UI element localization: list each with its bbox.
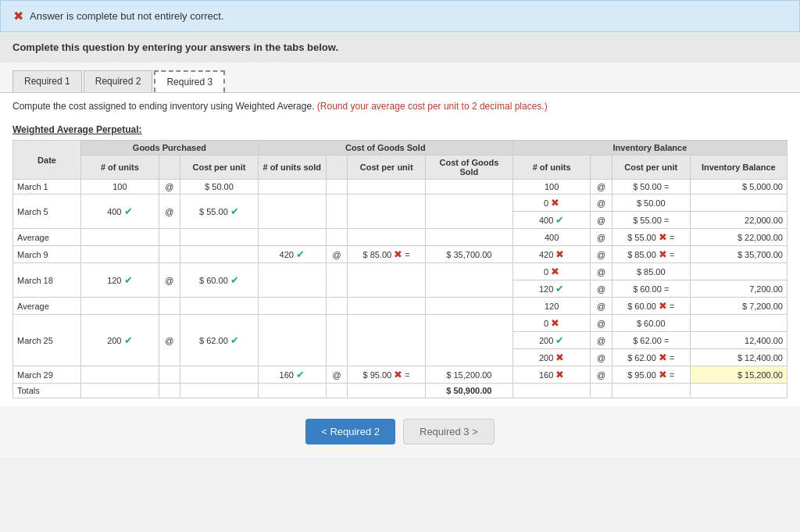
tab-required3[interactable]: Required 3	[154, 70, 225, 92]
cell-ib-at: @	[591, 180, 612, 195]
error-icon: ✖	[13, 9, 23, 23]
cell-date: March 5	[13, 195, 81, 229]
table-row: March 18 120 ✔ @ $ 60.00 ✔ 0 ✖ @ $ 85.00	[13, 263, 788, 280]
cell-gp-units	[81, 366, 159, 384]
cell-cogs-total	[425, 263, 512, 298]
cell-ib-bal: $ 35,700.00	[690, 246, 787, 263]
cell-date: March 1	[13, 180, 81, 195]
cell-date: March 18	[13, 263, 81, 298]
cell-ib-at: @	[591, 229, 612, 246]
cell-ib-cost: $ 95.00 ✖ =	[612, 366, 690, 384]
cell-ib-cost: $ 60.00	[612, 315, 690, 332]
cell-cogs-at	[326, 180, 348, 195]
cell-cogs-units	[258, 384, 326, 398]
cell-ib-bal	[690, 263, 787, 280]
cell-ib-cost: $ 60.00 ✖ =	[612, 298, 690, 315]
col-date: Date	[13, 141, 81, 180]
cell-gp-at: @	[159, 180, 180, 195]
cell-ib-bal: $ 5,000.00	[690, 180, 787, 195]
cell-cogs-at	[326, 315, 348, 366]
cell-ib-at: @	[591, 263, 612, 280]
cell-gp-cost: $ 62.00 ✔	[180, 315, 259, 366]
subhdr-cogs-total: Cost of Goods Sold	[425, 155, 512, 180]
table-row-average: Average 120 @ $ 60.00 ✖ = $ 7,200.00	[13, 298, 788, 315]
tabs-container: Required 1 Required 2 Required 3	[0, 62, 800, 93]
cell-ib-bal	[690, 384, 787, 398]
cell-ib-bal: 22,000.00	[690, 212, 787, 229]
cell-ib-units: 0 ✖	[512, 195, 591, 212]
cell-ib-units: 400 ✔	[512, 212, 591, 229]
prev-button[interactable]: < Required 2	[305, 419, 395, 445]
table-row: March 1 100 @ $ 50.00 100 @ $ 50.00 = $ …	[13, 180, 788, 195]
instruction-bar: Complete this question by entering your …	[0, 32, 800, 62]
cell-ib-bal: $ 7,200.00	[690, 298, 787, 315]
subhdr-ib-cost: Cost per unit	[612, 155, 690, 180]
subhdr-cogs-units: # of units sold	[258, 155, 326, 180]
cell-ib-bal: 12,400.00	[690, 332, 787, 349]
cell-gp-cost	[180, 246, 259, 263]
cell-ib-units: 160 ✖	[512, 366, 591, 384]
subhdr-cogs-cost: Cost per unit	[348, 155, 426, 180]
cell-cogs-total	[425, 298, 512, 315]
header-inventory-balance: Inventory Balance	[512, 141, 787, 155]
cell-cogs-total	[425, 315, 512, 366]
cell-gp-units	[81, 246, 159, 263]
cell-gp-at	[159, 384, 180, 398]
cell-gp-units: 200 ✔	[81, 315, 159, 366]
cell-cogs-total: $ 15,200.00	[425, 366, 512, 384]
header-cogs: Cost of Goods Sold	[258, 141, 512, 155]
cell-ib-units: 120 ✔	[512, 280, 591, 298]
cell-cogs-units	[258, 229, 326, 246]
cell-gp-cost	[180, 384, 259, 398]
tab-required1[interactable]: Required 1	[12, 70, 82, 92]
cell-cogs-total	[425, 229, 512, 246]
cell-ib-cost: $ 85.00	[612, 263, 690, 280]
cell-gp-units	[81, 298, 159, 315]
cell-gp-cost	[180, 298, 259, 315]
next-button[interactable]: Required 3 >	[403, 419, 495, 445]
cell-cogs-total	[425, 180, 512, 195]
cell-ib-bal: $ 22,000.00	[690, 229, 787, 246]
cell-cogs-units	[258, 180, 326, 195]
cell-ib-cost	[612, 384, 690, 398]
cell-cogs-cost	[348, 298, 426, 315]
cell-ib-bal: $ 15,200.00	[690, 366, 787, 384]
cell-gp-at: @	[159, 315, 180, 366]
table-row: March 29 160 ✔ @ $ 95.00 ✖ = $ 15,200.00…	[13, 366, 788, 384]
cell-date: Average	[13, 298, 81, 315]
cell-cogs-cost	[348, 315, 426, 366]
cell-date: Totals	[13, 384, 81, 398]
cell-cogs-cost: $ 85.00 ✖ =	[348, 246, 426, 263]
subhdr-gp-cost: Cost per unit	[180, 155, 259, 180]
cell-cogs-total: $ 35,700.00	[425, 246, 512, 263]
cell-cogs-units: 420 ✔	[258, 246, 326, 263]
cell-gp-cost: $ 55.00 ✔	[180, 195, 259, 229]
cell-ib-units: 420 ✖	[512, 246, 591, 263]
cell-ib-at: @	[591, 315, 612, 332]
banner-message: Answer is complete but not entirely corr…	[30, 10, 224, 22]
cell-cogs-total	[425, 195, 512, 229]
cell-cogs-units	[258, 298, 326, 315]
cell-gp-cost: $ 60.00 ✔	[180, 263, 259, 298]
cell-cogs-cost	[348, 384, 426, 398]
cell-cogs-units	[258, 315, 326, 366]
cell-gp-units	[81, 384, 159, 398]
cell-gp-units	[81, 229, 159, 246]
cell-gp-units: 400 ✔	[81, 195, 159, 229]
cell-cogs-cost	[348, 195, 426, 229]
section-title: Weighted Average Perpetual:	[12, 124, 788, 135]
cell-cogs-cost	[348, 180, 426, 195]
cell-ib-units: 0 ✖	[512, 315, 591, 332]
question-text: Compute the cost assigned to ending inve…	[0, 93, 800, 120]
cell-gp-at	[159, 298, 180, 315]
cell-cogs-units	[258, 195, 326, 229]
table-row: March 9 420 ✔ @ $ 85.00 ✖ = $ 35,700.00 …	[13, 246, 788, 263]
table-row: March 5 400 ✔ @ $ 55.00 ✔ 0 ✖ @ $ 50.00	[13, 195, 788, 212]
cell-ib-at: @	[591, 195, 612, 212]
cell-gp-units: 100	[81, 180, 159, 195]
cell-gp-cost	[180, 366, 259, 384]
cell-gp-at	[159, 366, 180, 384]
tab-required2[interactable]: Required 2	[84, 70, 153, 92]
cell-ib-at	[591, 384, 612, 398]
footer-nav: < Required 2 Required 3 >	[0, 406, 800, 457]
